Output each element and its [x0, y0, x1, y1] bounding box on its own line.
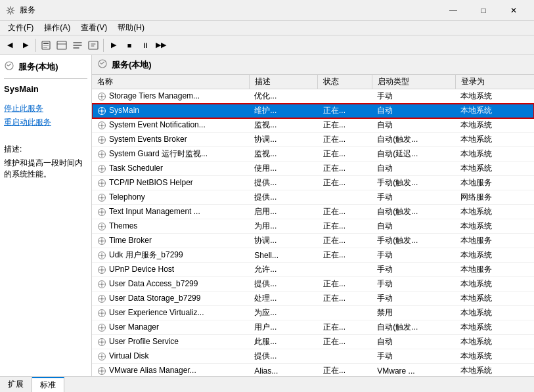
toolbar-btn3[interactable]	[70, 38, 85, 53]
service-icon	[97, 294, 109, 303]
service-logon-cell: 本地系统	[455, 104, 534, 118]
title-bar-left: 服务	[5, 5, 35, 16]
svg-rect-7	[89, 41, 98, 49]
table-row[interactable]: User Profile Service此服...正在...自动本地系统	[92, 335, 534, 349]
minimize-button[interactable]: —	[438, 0, 468, 21]
left-panel: 服务(本地) SysMain 停止此服务 重启动此服务 描述: 维护和提高一段时…	[0, 55, 92, 376]
service-desc-cell: Shell...	[249, 248, 318, 263]
service-icon	[97, 221, 109, 230]
svg-point-13	[101, 110, 103, 112]
service-status-cell	[318, 306, 372, 320]
service-desc-cell: 提供...	[249, 277, 318, 292]
toolbar-play[interactable]: ▶	[106, 38, 121, 53]
stop-service-link[interactable]: 停止此服务	[4, 103, 87, 114]
toolbar-stop[interactable]: ■	[122, 38, 137, 53]
toolbar-btn4[interactable]	[86, 38, 100, 53]
service-status-cell	[318, 190, 372, 205]
service-logon-cell: 本地系统	[455, 349, 534, 364]
service-icon	[97, 91, 109, 100]
title-bar: 服务 — □ ✕	[0, 0, 534, 21]
col-startup[interactable]: 启动类型	[372, 75, 455, 89]
tab-expand[interactable]: 扩展	[0, 377, 32, 393]
service-desc-cell: 提供...	[249, 349, 318, 364]
table-row[interactable]: TCP/IP NetBIOS Helper提供...正在...手动(触发...本…	[92, 176, 534, 190]
service-name-cell: Storage Tiers Managem...	[109, 91, 200, 100]
svg-point-15	[101, 124, 103, 126]
svg-point-17	[101, 139, 103, 141]
service-logon-cell: 本地系统	[455, 306, 534, 320]
toolbar-btn1[interactable]	[39, 38, 53, 53]
table-row[interactable]: System Events Broker协调...正在...自动(触发...本地…	[92, 133, 534, 147]
svg-point-45	[101, 341, 103, 343]
svg-point-47	[101, 355, 103, 357]
table-row[interactable]: Telephony提供...手动网络服务	[92, 190, 534, 205]
svg-point-23	[101, 182, 103, 184]
service-name-cell: System Event Notification...	[109, 120, 206, 129]
table-row[interactable]: System Event Notification...监视...正在...自动…	[92, 118, 534, 133]
service-icon	[97, 351, 109, 360]
service-startup-cell: 手动	[372, 248, 455, 263]
main-layout: 服务(本地) SysMain 停止此服务 重启动此服务 描述: 维护和提高一段时…	[0, 55, 534, 376]
table-row[interactable]: System Guard 运行时监视...监视...正在...自动(延迟...本…	[92, 147, 534, 162]
menu-file[interactable]: 文件(F)	[3, 21, 39, 35]
table-header: 名称 描述 状态 启动类型 登录为	[92, 75, 534, 89]
table-row[interactable]: Storage Tiers Managem...优化...手动本地系统	[92, 89, 534, 104]
table-row[interactable]: SysMain维护...正在...自动本地系统	[92, 104, 534, 118]
service-startup-cell: 手动	[372, 349, 455, 364]
col-status[interactable]: 状态	[318, 75, 372, 89]
col-name[interactable]: 名称	[92, 75, 249, 89]
table-row[interactable]: User Data Storage_b7299处理...正在...手动本地系统	[92, 292, 534, 306]
service-startup-cell: 手动	[372, 292, 455, 306]
service-name-cell: User Manager	[109, 322, 159, 332]
service-logon-cell: 本地系统	[455, 147, 534, 162]
service-desc-cell: 允许...	[249, 263, 318, 277]
svg-point-11	[101, 95, 103, 97]
service-logon-cell: 本地系统	[455, 248, 534, 263]
close-button[interactable]: ✕	[499, 0, 529, 21]
table-row[interactable]: User Experience Virtualiz...为应...禁用本地系统	[92, 306, 534, 320]
service-name-cell: User Experience Virtualiz...	[109, 308, 204, 317]
table-row[interactable]: Task Scheduler使用...正在...自动本地系统	[92, 162, 534, 176]
service-desc-cell: 使用...	[249, 162, 318, 176]
svg-rect-4	[43, 47, 47, 48]
col-logon[interactable]: 登录为	[455, 75, 534, 89]
menu-bar: 文件(F) 操作(A) 查看(V) 帮助(H)	[0, 21, 534, 35]
table-row[interactable]: UPnP Device Host允许...手动本地服务	[92, 263, 534, 277]
service-status-cell: 正在...	[318, 277, 372, 292]
table-row[interactable]: Time Broker协调...正在...手动(触发...本地服务	[92, 234, 534, 248]
status-bar: 扩展 标准	[0, 376, 534, 392]
service-status-cell: 正在...	[318, 364, 372, 377]
service-table[interactable]: 名称 描述 状态 启动类型 登录为 Storage Tiers Managem.…	[92, 75, 534, 376]
toolbar-pause[interactable]: ⏸	[138, 38, 152, 53]
service-name-cell: Themes	[109, 221, 137, 230]
app-icon	[5, 5, 16, 16]
table-row[interactable]: User Manager用户...正在...自动(触发...本地系统	[92, 320, 534, 335]
service-name-cell: User Data Access_b7299	[109, 279, 198, 288]
toolbar-btn2[interactable]	[55, 38, 69, 53]
menu-help[interactable]: 帮助(H)	[112, 21, 150, 35]
toolbar-restart[interactable]: ▶▶	[154, 38, 168, 53]
col-desc[interactable]: 描述	[249, 75, 318, 89]
service-icon	[97, 236, 109, 245]
svg-point-41	[101, 312, 103, 314]
table-row[interactable]: Text Input Management ...启用...正在...自动(触发…	[92, 205, 534, 219]
table-row[interactable]: Virtual Disk提供...手动本地系统	[92, 349, 534, 364]
service-logon-cell: 本地服务	[455, 176, 534, 190]
service-desc-cell: 此服...	[249, 335, 318, 349]
table-row[interactable]: Udk 用户服务_b7299Shell...正在...手动本地系统	[92, 248, 534, 263]
toolbar-forward[interactable]: ▶	[18, 38, 33, 53]
service-desc-cell: 为用...	[249, 219, 318, 234]
table-row[interactable]: User Data Access_b7299提供...正在...手动本地系统	[92, 277, 534, 292]
menu-action[interactable]: 操作(A)	[39, 21, 76, 35]
table-row[interactable]: VMware Alias Manager...Alias...正在...VMwa…	[92, 364, 534, 377]
tab-standard[interactable]: 标准	[32, 377, 64, 393]
restart-service-link[interactable]: 重启动此服务	[4, 117, 87, 128]
toolbar-back[interactable]: ◀	[3, 38, 17, 53]
right-header: 服务(本地)	[92, 55, 534, 75]
service-logon-cell: 本地系统	[455, 219, 534, 234]
service-icon	[97, 322, 109, 332]
table-row[interactable]: Themes为用...正在...自动本地系统	[92, 219, 534, 234]
menu-view[interactable]: 查看(V)	[76, 21, 112, 35]
service-name-cell: User Profile Service	[109, 337, 179, 346]
maximize-button[interactable]: □	[468, 0, 499, 21]
